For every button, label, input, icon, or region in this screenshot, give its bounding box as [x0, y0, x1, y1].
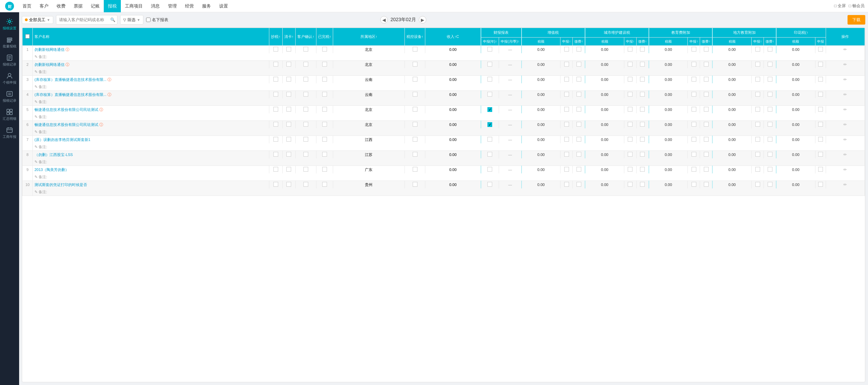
- checkbox-unchecked[interactable]: [692, 152, 696, 157]
- action-cell-9[interactable]: ✏: [826, 166, 865, 174]
- nav-settings[interactable]: 设置: [215, 0, 232, 12]
- checkbox-unchecked[interactable]: [755, 137, 760, 142]
- df-shenbao-7[interactable]: [752, 136, 764, 144]
- checkbox-unchecked[interactable]: [577, 167, 581, 172]
- pencil-icon-10[interactable]: ✎: [34, 190, 38, 194]
- kehuqueren-cell-7[interactable]: [296, 136, 316, 144]
- kehuqueren-cell-4[interactable]: [296, 91, 316, 99]
- checkbox-unchecked[interactable]: [564, 77, 569, 82]
- checkbox-unchecked[interactable]: [818, 182, 823, 187]
- df-jiaofei-3[interactable]: [764, 76, 777, 84]
- cs-jiaofei-5[interactable]: [636, 106, 649, 114]
- action-cell-1[interactable]: ✏: [826, 46, 865, 54]
- qingka-cell-7[interactable]: [282, 136, 296, 144]
- checkbox-unchecked[interactable]: [286, 92, 291, 97]
- cs-shenbao-6[interactable]: [624, 121, 636, 129]
- checkbox-unchecked[interactable]: [640, 182, 645, 187]
- yhj-shenbao-5[interactable]: [815, 106, 826, 114]
- cs-shenbao-9[interactable]: [624, 166, 636, 174]
- nav-service[interactable]: 服务: [198, 0, 215, 12]
- df-jiaofei-6[interactable]: [764, 121, 777, 129]
- caibao-nian-10[interactable]: [481, 181, 499, 189]
- zzs-jiaofei-2[interactable]: [573, 61, 585, 69]
- cs-shenbao-1[interactable]: [624, 46, 636, 54]
- caibao-month-5[interactable]: —: [499, 106, 522, 114]
- checkbox-unchecked[interactable]: [577, 152, 581, 157]
- checkbox-unchecked[interactable]: [564, 107, 569, 112]
- checkbox-unchecked[interactable]: [768, 47, 772, 52]
- action-cell-7[interactable]: ✏: [826, 136, 865, 144]
- checkbox-unchecked[interactable]: [692, 62, 696, 67]
- caibao-month-4[interactable]: —: [499, 91, 522, 99]
- checkbox-unchecked[interactable]: [704, 62, 709, 67]
- checkbox-unchecked[interactable]: [755, 122, 760, 127]
- jy-shenbao-9[interactable]: [688, 166, 700, 174]
- yiwanshu-cell-7[interactable]: [316, 136, 333, 144]
- kehuqueren-cell-8[interactable]: [296, 151, 316, 159]
- checkbox-unchecked[interactable]: [303, 62, 308, 67]
- checkbox-unchecked[interactable]: [303, 122, 308, 127]
- df-jiaofei-10[interactable]: [764, 181, 777, 189]
- qingka-cell-4[interactable]: [282, 91, 296, 99]
- df-shenbao-5[interactable]: [752, 106, 764, 114]
- yhj-shenbao-3[interactable]: [815, 76, 826, 84]
- checkbox-unchecked[interactable]: [704, 107, 709, 112]
- checkbox-unchecked[interactable]: [286, 77, 291, 82]
- jy-jiaofei-4[interactable]: [700, 91, 713, 99]
- pencil-icon-7[interactable]: ✎: [34, 145, 38, 149]
- df-shenbao-8[interactable]: [752, 151, 764, 159]
- checkbox-unchecked[interactable]: [628, 152, 632, 157]
- cs-shenbao-8[interactable]: [624, 151, 636, 159]
- action-cell-4[interactable]: ✏: [826, 91, 865, 99]
- chaoshu-cell-5[interactable]: [269, 106, 283, 114]
- checkbox-unchecked[interactable]: [564, 167, 569, 172]
- zzs-shenbao-5[interactable]: [560, 106, 573, 114]
- select-all-checkbox[interactable]: [25, 34, 30, 39]
- checkbox-unchecked[interactable]: [286, 47, 291, 52]
- checkbox-unchecked[interactable]: [413, 152, 417, 157]
- checkbox-unchecked[interactable]: [487, 62, 492, 67]
- checkbox-unchecked[interactable]: [640, 92, 645, 97]
- kehuqueren-cell-6[interactable]: [296, 121, 316, 129]
- checkbox-unchecked[interactable]: [303, 152, 308, 157]
- vip-btn[interactable]: □ 畅会员: [849, 3, 865, 9]
- filter-btn[interactable]: ▽ 筛选 ▼: [120, 15, 143, 25]
- checkbox-unchecked[interactable]: [640, 167, 645, 172]
- checkbox-unchecked[interactable]: [640, 107, 645, 112]
- checkbox-unchecked[interactable]: [413, 62, 417, 67]
- chaoshu-cell-6[interactable]: [269, 121, 283, 129]
- yiwanshu-cell-4[interactable]: [316, 91, 333, 99]
- jy-shenbao-10[interactable]: [688, 181, 700, 189]
- cs-shenbao-7[interactable]: [624, 136, 636, 144]
- checkbox-unchecked[interactable]: [413, 137, 417, 142]
- jy-jiaofei-6[interactable]: [700, 121, 713, 129]
- checkbox-unchecked[interactable]: [564, 152, 569, 157]
- checkbox-unchecked[interactable]: [273, 62, 278, 67]
- jy-jiaofei-8[interactable]: [700, 151, 713, 159]
- checkbox-unchecked[interactable]: [692, 182, 696, 187]
- checkbox-checked[interactable]: ✓: [487, 107, 492, 112]
- pencil-icon-5[interactable]: ✎: [34, 115, 38, 119]
- zzs-jiaofei-3[interactable]: [573, 76, 585, 84]
- sidebar-item-baoshuijilu[interactable]: 报税记录: [0, 51, 19, 69]
- checkbox-unchecked[interactable]: [564, 137, 569, 142]
- checkbox-unchecked[interactable]: [273, 167, 278, 172]
- checkbox-unchecked[interactable]: [322, 182, 327, 187]
- chaoshu-cell-3[interactable]: [269, 76, 283, 84]
- df-jiaofei-5[interactable]: [764, 106, 777, 114]
- caibao-nian-7[interactable]: [481, 136, 499, 144]
- checkbox-unchecked[interactable]: [577, 92, 581, 97]
- checkbox-unchecked[interactable]: [577, 62, 581, 67]
- checkbox-unchecked[interactable]: [273, 182, 278, 187]
- zzs-shenbao-6[interactable]: [560, 121, 573, 129]
- kehuqueren-cell-10[interactable]: [296, 181, 316, 189]
- action-cell-3[interactable]: ✏: [826, 76, 865, 84]
- checkbox-unchecked[interactable]: [286, 107, 291, 112]
- df-shenbao-9[interactable]: [752, 166, 764, 174]
- checkbox-unchecked[interactable]: [628, 122, 632, 127]
- checkbox-unchecked[interactable]: [628, 62, 632, 67]
- checkbox-unchecked[interactable]: [564, 47, 569, 52]
- shuikong-cell-8[interactable]: [404, 151, 425, 159]
- chaoshu-cell-7[interactable]: [269, 136, 283, 144]
- checkbox-unchecked[interactable]: [640, 47, 645, 52]
